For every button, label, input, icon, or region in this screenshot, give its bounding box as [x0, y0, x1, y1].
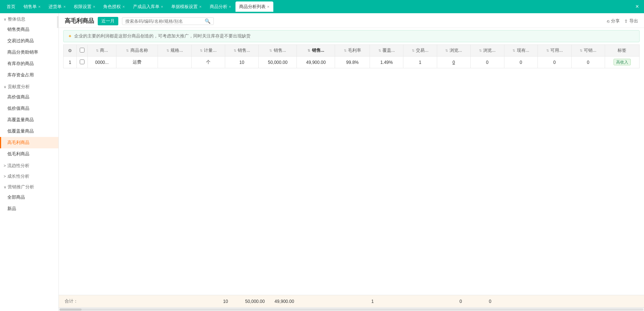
sidebar-item-high-coverage[interactable]: 高覆盖量商品 — [0, 114, 58, 126]
info-bar: ✦ 企业的主要的利润都是这部分商品创造的，可考虑加大推广，同时关注库存是不要出现… — [63, 30, 640, 42]
cell-trade: 1 — [403, 57, 437, 68]
filter-recent-month-button[interactable]: 近一月 — [98, 17, 118, 25]
sidebar-item-high-margin[interactable]: 高毛利商品 — [0, 137, 58, 148]
cell-sales-qty: 10 — [225, 57, 259, 68]
search-box: 🔍 — [122, 17, 214, 25]
sidebar-item-stock-capital[interactable]: 库存资金占用 — [0, 69, 58, 81]
sort-icon[interactable]: ⇅ — [307, 49, 310, 53]
sort-icon[interactable]: ⇅ — [412, 49, 415, 53]
sort-icon[interactable]: ⇅ — [200, 49, 203, 53]
close-icon[interactable]: × — [199, 4, 201, 9]
cell-spec — [158, 57, 191, 68]
export-button[interactable]: ⇧ 导出 — [624, 18, 638, 24]
cell-sales-amount: 50,000.00 — [259, 57, 297, 68]
chevron-down-icon: ∨ — [4, 185, 6, 189]
tab-label: 商品分析列表 — [239, 4, 266, 10]
footer-sales-amount: 50,000.00 — [240, 299, 270, 304]
col-browse1: ⇅ 浏览... — [437, 45, 470, 57]
sort-icon[interactable]: ⇅ — [546, 49, 549, 53]
tab-product-in[interactable]: 产成品入库单 × — [129, 1, 167, 12]
sidebar-group-contribution[interactable]: ∨ 贡献度分析 — [0, 81, 58, 91]
chevron-down-icon: ∨ — [4, 85, 6, 89]
sort-icon[interactable]: ⇅ — [126, 49, 129, 53]
cell-checkbox — [77, 57, 88, 68]
sort-icon[interactable]: ⇅ — [234, 49, 237, 53]
tab-home[interactable]: 首页 — [3, 1, 19, 12]
sort-icon[interactable]: ⇅ — [580, 49, 583, 53]
close-icon[interactable]: × — [229, 4, 231, 9]
close-icon[interactable]: × — [161, 4, 163, 9]
sidebar-group-marketing[interactable]: ∨ 营销推广分析 — [0, 181, 58, 192]
close-icon[interactable]: × — [93, 4, 95, 9]
window-close-button[interactable]: × — [633, 3, 641, 10]
tab-permission[interactable]: 权限设置 × — [70, 1, 99, 12]
search-input[interactable] — [125, 19, 203, 24]
tab-role[interactable]: 角色授权 × — [100, 1, 128, 12]
browse1-link[interactable]: 0 — [453, 60, 455, 65]
col-sales-amount: ⇅ 销售... — [259, 45, 297, 57]
tab-template[interactable]: 单据模板设置 × — [168, 1, 205, 12]
tab-product-analysis-list[interactable]: 商品分析列表 × — [235, 1, 273, 12]
scroll-thumb[interactable] — [60, 308, 82, 311]
sort-icon[interactable]: ⇅ — [269, 49, 272, 53]
top-navigation: 首页 销售单 × 进货单 × 权限设置 × 角色授权 × 产成品入库单 × 单据… — [0, 0, 644, 13]
sidebar-item-new-goods[interactable]: 新品 — [0, 203, 58, 214]
col-coverage: ⇅ 覆盖... — [370, 45, 403, 57]
sidebar-item-high-value[interactable]: 高价值商品 — [0, 91, 58, 103]
close-icon[interactable]: × — [38, 4, 40, 9]
sort-icon[interactable]: ⇅ — [344, 49, 347, 53]
select-all-checkbox[interactable] — [80, 48, 84, 53]
footer-totals: 合计： 10 50,000.00 49,900.00 1 0 0 — [59, 295, 644, 307]
sort-icon[interactable]: ⇅ — [512, 49, 515, 53]
col-unit: ⇅ 计量... — [191, 45, 225, 57]
footer-available: 0 — [475, 299, 505, 304]
tab-purchase[interactable]: 进货单 × — [45, 1, 69, 12]
settings-icon[interactable]: ⚙ — [68, 48, 72, 53]
sidebar-item-low-margin[interactable]: 低毛利商品 — [0, 148, 58, 160]
total-label: 合计： — [65, 298, 78, 304]
tab-sales[interactable]: 销售单 × — [20, 1, 44, 12]
sidebar-item-category-rate[interactable]: 商品分类助销率 — [0, 47, 58, 58]
sort-icon[interactable]: ⇅ — [479, 49, 482, 53]
share-button[interactable]: ⎋ 分享 — [607, 18, 620, 24]
close-icon[interactable]: × — [267, 4, 269, 9]
row-checkbox[interactable] — [80, 59, 84, 64]
col-trade: ⇅ 交易... — [403, 45, 437, 57]
group-label: 整体信息 — [8, 16, 25, 22]
close-icon[interactable]: × — [122, 4, 125, 9]
footer-sales-qty: 10 — [211, 299, 240, 304]
col-gross-rate: ⇅ 毛利率 — [335, 45, 370, 57]
sidebar-item-sales-goods[interactable]: 销售类商品 — [0, 24, 58, 35]
sidebar-group-trend[interactable]: > 流趋性分析 — [0, 160, 58, 170]
sort-icon[interactable]: ⇅ — [96, 49, 99, 53]
footer-current: 0 — [446, 299, 475, 304]
sort-icon[interactable]: ⇅ — [378, 49, 381, 53]
close-icon[interactable]: × — [63, 4, 65, 9]
page-title: 高毛利商品 — [65, 17, 94, 25]
sidebar-group-overall[interactable]: ∨ 整体信息 — [0, 13, 58, 24]
sort-icon[interactable]: ⇅ — [166, 49, 169, 53]
sidebar-item-low-value[interactable]: 低价值商品 — [0, 103, 58, 114]
sidebar-item-all-goods[interactable]: 全部商品 — [0, 192, 58, 203]
sort-icon[interactable]: ⇅ — [445, 49, 448, 53]
cell-coverage: 1.49% — [370, 57, 403, 68]
col-available: ⇅ 可用... — [538, 45, 571, 57]
tab-label: 进货单 — [48, 4, 62, 10]
col-sales-qty: ⇅ 销售... — [225, 45, 259, 57]
cell-available: 0 — [538, 57, 571, 68]
horizontal-scrollbar[interactable] — [59, 307, 644, 311]
sidebar-group-growth[interactable]: > 成长性分析 — [0, 170, 58, 181]
sidebar-item-low-coverage[interactable]: 低覆盖量商品 — [0, 126, 58, 137]
tab-label: 商品分析 — [210, 4, 227, 10]
search-icon[interactable]: 🔍 — [205, 18, 211, 24]
data-table: ⚙ ⇅ 商... ⇅ 商品名称 — [63, 44, 640, 68]
header-actions: ⎋ 分享 ⇧ 导出 — [607, 18, 638, 24]
tab-product-analysis[interactable]: 商品分析 × — [206, 1, 235, 12]
col-checkbox — [77, 45, 88, 57]
cell-sellable: 0 — [571, 57, 605, 68]
sidebar-item-traded-goods[interactable]: 交易过的商品 — [0, 35, 58, 47]
sidebar-item-stocked-goods[interactable]: 有库存的商品 — [0, 58, 58, 69]
sidebar-collapse-button[interactable]: 《 — [57, 16, 59, 28]
group-label: 流趋性分析 — [7, 163, 29, 169]
cell-index: 1 — [64, 57, 77, 68]
